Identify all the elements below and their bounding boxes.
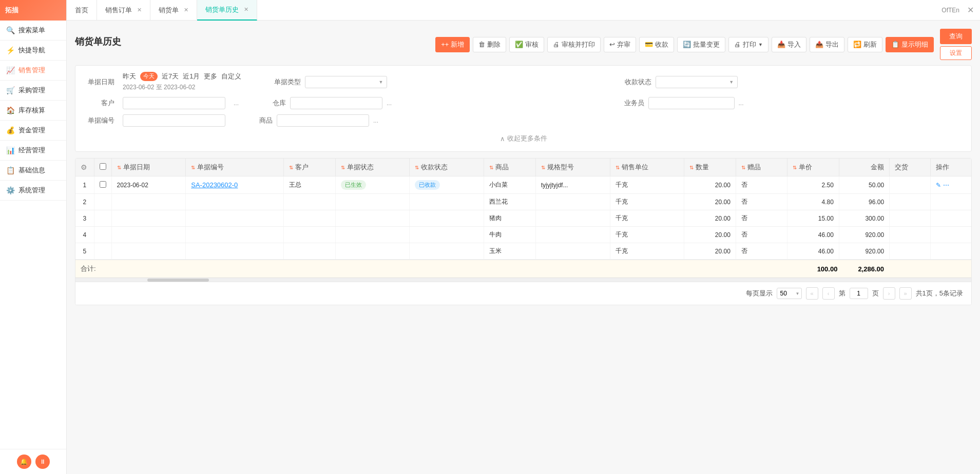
sidebar-item-sales-mgmt[interactable]: 📈 销售管理 [0, 61, 66, 81]
cell-unit-2: 千克 [610, 194, 684, 210]
tab-sales-delivery[interactable]: 销货单 ✕ [150, 0, 197, 21]
cell-unitprice-3: 15.00 [787, 210, 839, 227]
refresh-button[interactable]: 🔁 刷新 [848, 37, 882, 52]
tab-sales-order[interactable]: 销售订单 ✕ [97, 0, 150, 21]
cell-unitprice-4: 46.00 [787, 227, 839, 243]
sidebar-item-sys-mgmt[interactable]: ⚙️ 系统管理 [0, 181, 66, 201]
payment-status-select[interactable] [656, 76, 738, 88]
batch-change-button[interactable]: 🔄 批量变更 [677, 37, 725, 52]
money-icon: 💰 [6, 126, 14, 134]
last-page-button[interactable]: » [899, 287, 912, 300]
page-number-input[interactable] [850, 288, 868, 299]
query-button[interactable]: 查询 [940, 29, 972, 44]
audit-print-icon: 🖨 [553, 41, 560, 48]
doc-no-link-1[interactable]: SA-20230602-0 [191, 181, 238, 189]
tab-close-sales-order[interactable]: ✕ [137, 7, 142, 13]
sort-icon-unitprice: ⇅ [793, 165, 797, 170]
page-label-after: 页 [872, 289, 879, 298]
set-button[interactable]: 设置 [940, 46, 972, 60]
import-button[interactable]: 📥 导入 [772, 37, 806, 52]
sidebar-item-operations[interactable]: 📊 经营管理 [0, 141, 66, 161]
table-row: 4 牛肉 千克 20.00 否 46.00 920.00 [75, 227, 971, 243]
sidebar-item-search-menu[interactable]: 🔍 搜索菜单 [0, 21, 66, 41]
tab-bar-close-button[interactable]: ✕ [961, 5, 980, 15]
delete-button[interactable]: 🗑 删除 [473, 37, 506, 52]
doc-type-label: 单据类型 [270, 77, 301, 87]
tab-close-sales-delivery[interactable]: ✕ [184, 7, 188, 13]
sidebar-item-quick-nav[interactable]: ⚡ 快捷导航 [0, 41, 66, 61]
discard-button[interactable]: ↩ 弃审 [604, 37, 636, 52]
sidebar-item-basic-info[interactable]: 📋 基础信息 [0, 161, 66, 181]
shortcut-today[interactable]: 今天 [140, 72, 158, 81]
pagination: 每页显示 50 100 « ‹ 第 页 › » 共1页，5条记录 [75, 282, 971, 305]
doc-type-select[interactable] [305, 76, 387, 88]
collect-button[interactable]: 💳 收款 [639, 37, 674, 52]
cell-customer-5 [284, 243, 336, 260]
sort-icon-customer: ⇅ [289, 165, 293, 170]
tab-sales-history[interactable]: 销货单历史 ✕ [197, 0, 257, 21]
export-button[interactable]: 📤 导出 [810, 37, 844, 52]
new-button[interactable]: + + 新增 [435, 37, 470, 52]
sidebar-item-inventory[interactable]: 🏠 库存核算 [0, 101, 66, 121]
salesperson-ellipsis[interactable]: ... [739, 100, 744, 107]
cart-icon: 🛒 [6, 86, 14, 94]
cell-transaction-4 [890, 227, 931, 243]
shortcut-yesterday[interactable]: 昨天 [123, 72, 136, 81]
sort-icon-qty: ⇅ [689, 165, 694, 170]
cell-docno-2 [186, 194, 284, 210]
goods-ellipsis[interactable]: ... [373, 117, 378, 124]
tab-close-sales-history[interactable]: ✕ [244, 6, 248, 13]
th-payment-status: ⇅ 收款状态 [410, 159, 484, 176]
sidebar-item-finance[interactable]: 💰 资金管理 [0, 121, 66, 141]
collect-icon: 💳 [645, 41, 653, 48]
sort-icon-goods: ⇅ [489, 165, 493, 170]
first-page-button[interactable]: « [806, 287, 818, 300]
cell-qty-4: 20.00 [684, 227, 736, 243]
collapse-button[interactable]: ∧ 收起更多条件 [84, 132, 963, 145]
select-all-checkbox[interactable] [100, 163, 106, 170]
warehouse-input[interactable] [290, 97, 382, 109]
show-detail-button[interactable]: 📋 显示明细 [886, 37, 934, 52]
customer-ellipsis[interactable]: ... [234, 100, 239, 107]
row-checkbox-1[interactable] [100, 181, 106, 188]
cell-spec-3 [535, 210, 610, 227]
cell-customer-1: 王总 [284, 176, 336, 194]
warehouse-ellipsis[interactable]: ... [387, 100, 392, 107]
filter-row-docno: 单据编号 商品 ... [84, 114, 963, 127]
edit-button-1[interactable]: ✎ [936, 182, 941, 189]
scrollbar-area[interactable] [75, 278, 971, 282]
cell-paymentstatus-2 [410, 194, 484, 210]
shortcut-more[interactable]: 更多 [204, 72, 217, 81]
cell-spec-1: tyjyjtyjdf... [535, 176, 610, 194]
salesperson-input[interactable] [648, 97, 735, 109]
customer-input[interactable] [123, 97, 225, 109]
print-button[interactable]: 🖨 打印 ▼ [728, 37, 768, 52]
shortcut-1month[interactable]: 近1月 [183, 72, 200, 81]
cell-qty-3: 20.00 [684, 210, 736, 227]
cell-unit-3: 千克 [610, 210, 684, 227]
tab-home[interactable]: 首页 [67, 0, 97, 21]
prev-page-button[interactable]: ‹ [822, 287, 835, 300]
docno-input[interactable] [123, 114, 225, 127]
more-button-1[interactable]: ⋯ [943, 182, 949, 189]
pause-button[interactable]: ⏸ [35, 455, 50, 469]
cell-customer-3 [284, 210, 336, 227]
shortcut-custom[interactable]: 自定义 [221, 72, 241, 81]
cell-checkbox-3 [94, 210, 111, 227]
cell-transaction-3 [890, 210, 931, 227]
payment-status-badge-1: 已收款 [415, 180, 440, 190]
audit-print-button[interactable]: 🖨 审核并打印 [547, 37, 601, 52]
cell-docno-4 [186, 227, 284, 243]
notification-button[interactable]: 🔔 [17, 455, 31, 469]
audit-button[interactable]: ✅ 审核 [509, 37, 544, 52]
column-settings-icon[interactable]: ⚙ [81, 163, 87, 171]
goods-input[interactable] [277, 114, 369, 127]
shortcut-7days[interactable]: 近7天 [162, 72, 179, 81]
salesperson-label: 业务员 [613, 98, 644, 108]
sidebar-item-purchase-mgmt[interactable]: 🛒 采购管理 [0, 81, 66, 101]
next-page-button[interactable]: › [883, 287, 895, 300]
cell-docdate-3 [111, 210, 186, 227]
print-dropdown-icon: ▼ [758, 42, 763, 47]
sort-icon-spec: ⇅ [541, 165, 545, 170]
page-size-select[interactable]: 50 100 [777, 288, 802, 299]
